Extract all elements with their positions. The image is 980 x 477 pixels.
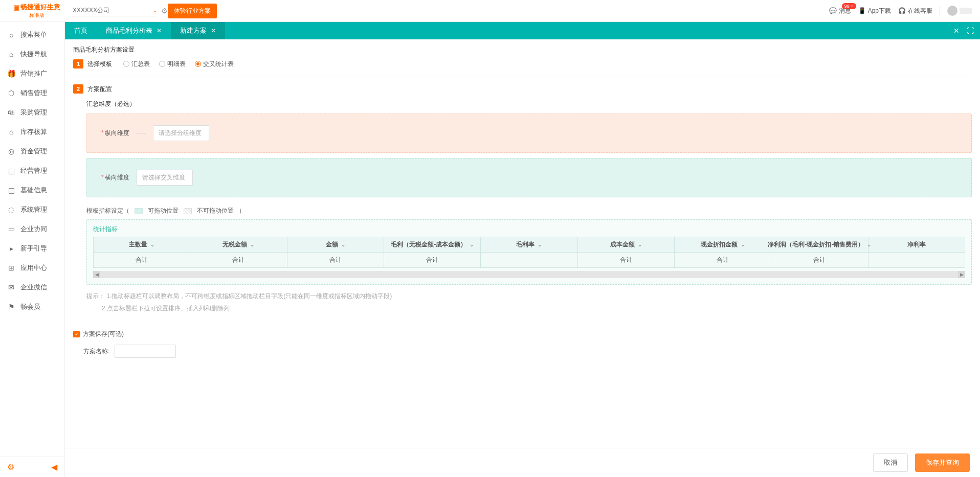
chevron-down-icon[interactable]: ⌄	[741, 242, 745, 247]
sidebar-icon: 🛍	[7, 108, 15, 117]
sidebar-item-0[interactable]: ⌕搜索菜单	[0, 25, 64, 44]
metrics-title: 统计指标	[93, 225, 965, 234]
messages-badge: 99 +	[842, 3, 856, 9]
brand-logo: ▣畅捷通好生意	[13, 3, 60, 12]
chevron-down-icon[interactable]: ⌄	[867, 242, 871, 247]
step1-head: 1 选择模板 汇总表 明细表 交叉统计表	[73, 59, 972, 69]
sidebar-item-5[interactable]: ⌂库存核算	[0, 122, 64, 142]
vertical-dimension-select[interactable]: 请选择分组维度	[153, 125, 209, 141]
metrics-sum-1: 合计	[190, 253, 287, 268]
metrics-header-8[interactable]: 净利率	[868, 237, 965, 253]
metrics-header-6[interactable]: 现金折扣金额⌄	[674, 237, 771, 253]
chevron-down-icon[interactable]: ⌄	[341, 242, 345, 247]
main: 首页商品毛利分析表✕新建方案✕ ✕ ⛶ 商品毛利分析方案设置 1 选择模板 汇总…	[65, 22, 980, 477]
sidebar-item-1[interactable]: ⌂快捷导航	[0, 44, 64, 64]
expand-icon[interactable]: ⛶	[965, 25, 976, 37]
metrics-header-0[interactable]: 主数量⌄	[94, 237, 190, 253]
brand-edition: 标准版	[29, 12, 44, 19]
online-service-link[interactable]: 🎧 在线客服	[898, 7, 932, 15]
horizontal-dimension-select[interactable]: 请选择交叉维度	[137, 170, 193, 186]
sidebar-item-10[interactable]: ▭企业协同	[0, 219, 64, 239]
separator	[940, 6, 940, 15]
app-download-link[interactable]: 📱 App下载	[858, 7, 891, 15]
radio-label: 汇总表	[131, 60, 150, 69]
save-check-label: 方案保存(可选)	[83, 330, 124, 338]
header-label: 成本金额	[610, 240, 635, 249]
legend-close: ）	[239, 207, 245, 215]
tab-1[interactable]: 商品毛利分析表✕	[97, 22, 171, 39]
group-dimension-label: 汇总维度（必选）	[73, 100, 972, 113]
sidebar-item-8[interactable]: ▥基础信息	[0, 180, 64, 200]
sidebar-item-13[interactable]: ✉企业微信	[0, 278, 64, 297]
metrics-header-4[interactable]: 毛利率⌄	[481, 237, 577, 253]
metrics-sum-3: 合计	[384, 253, 480, 268]
sidebar-icon: ⊞	[7, 264, 15, 272]
horizontal-scrollbar[interactable]: ◀ ▶	[93, 271, 965, 278]
vertical-dimension-box: *纵向维度 请选择分组维度	[86, 113, 972, 153]
chevron-down-icon[interactable]: ⌄	[638, 242, 642, 247]
sidebar-item-2[interactable]: 🎁营销推广	[0, 64, 64, 83]
scroll-left-icon[interactable]: ◀	[93, 271, 100, 278]
online-service-label: 在线客服	[908, 7, 932, 15]
avatar-icon	[947, 6, 957, 16]
scheme-name-input[interactable]	[115, 345, 176, 358]
settings-gear-icon[interactable]: ⚙	[7, 462, 14, 472]
metrics-header-2[interactable]: 金额⌄	[287, 237, 384, 253]
page-title: 商品毛利分析方案设置	[65, 39, 980, 59]
radio-summary[interactable]: 汇总表	[123, 60, 150, 69]
sidebar-item-9[interactable]: ◌系统管理	[0, 200, 64, 219]
user-area[interactable]	[947, 6, 972, 16]
logo-icon: ▣	[13, 4, 19, 11]
metrics-header-7[interactable]: 净利润（毛利-现金折扣-销售费用）⌄	[771, 237, 868, 253]
sidebar-icon: ⌂	[7, 50, 15, 58]
tab-close-icon[interactable]: ✕	[211, 27, 216, 34]
metrics-header-3[interactable]: 毛利（无税金额-成本金额）⌄	[384, 237, 480, 253]
scroll-right-icon[interactable]: ▶	[958, 271, 965, 278]
tab-label: 商品毛利分析表	[106, 26, 152, 35]
sidebar-item-12[interactable]: ⊞应用中心	[0, 258, 64, 278]
sidebar-item-3[interactable]: ⬡销售管理	[0, 83, 64, 103]
sidebar-icon: ⌕	[7, 31, 15, 39]
tab-0[interactable]: 首页	[65, 22, 97, 39]
sidebar-item-11[interactable]: ▸新手引导	[0, 239, 64, 258]
sidebar-item-label: 企业协同	[20, 224, 47, 234]
sidebar-item-7[interactable]: ▤经营管理	[0, 161, 64, 180]
sidebar: ⌕搜索菜单⌂快捷导航🎁营销推广⬡销售管理🛍采购管理⌂库存核算◎资金管理▤经营管理…	[0, 22, 65, 477]
nondraggable-legend-icon	[184, 208, 192, 214]
sidebar-item-label: 系统管理	[20, 205, 47, 214]
chevron-down-icon[interactable]: ⌄	[150, 242, 154, 247]
try-industry-button[interactable]: 体验行业方案	[168, 4, 217, 18]
close-all-icon[interactable]: ✕	[951, 25, 962, 37]
legend-label: 模板指标设定（	[86, 207, 129, 215]
step1-label: 选择模板	[87, 60, 112, 69]
sidebar-item-14[interactable]: ⚑畅会员	[0, 297, 64, 316]
radio-detail[interactable]: 明细表	[159, 60, 186, 69]
brand-area: ▣畅捷通好生意 标准版	[8, 3, 65, 19]
sidebar-item-label: 基础信息	[20, 186, 47, 195]
divider	[73, 76, 972, 76]
company-name: XXXXXX公司	[73, 6, 109, 15]
header-label: 金额	[326, 240, 338, 249]
chevron-down-icon[interactable]: ⌄	[250, 242, 254, 247]
sidebar-item-4[interactable]: 🛍采购管理	[0, 103, 64, 122]
tab-2[interactable]: 新建方案✕	[171, 22, 225, 39]
messages-link[interactable]: 💬 消息 99 +	[829, 7, 851, 15]
chevron-down-icon[interactable]: ⌄	[470, 242, 474, 247]
tab-close-icon[interactable]: ✕	[157, 27, 162, 34]
step1-number: 1	[73, 59, 83, 69]
collapse-sidebar-icon[interactable]: ◀	[51, 462, 57, 472]
metrics-sum-7: 合计	[771, 253, 868, 268]
save-checkbox[interactable]: ✓	[73, 331, 80, 337]
company-select[interactable]: XXXXXX公司 ⌄	[73, 5, 157, 16]
metrics-header-5[interactable]: 成本金额⌄	[577, 237, 674, 253]
chevron-down-icon[interactable]: ⌄	[538, 242, 542, 247]
sidebar-item-label: 资金管理	[20, 147, 47, 156]
metrics-header-1[interactable]: 无税金额⌄	[190, 237, 287, 253]
radio-cross[interactable]: 交叉统计表	[195, 60, 234, 69]
save-checkbox-row: ✓ 方案保存(可选)	[73, 330, 972, 338]
settings-icon[interactable]: ⚙	[161, 7, 168, 15]
header-label: 毛利（无税金额-成本金额）	[391, 240, 466, 249]
save-query-button[interactable]: 保存并查询	[915, 453, 970, 472]
sidebar-item-6[interactable]: ◎资金管理	[0, 142, 64, 161]
cancel-button[interactable]: 取消	[873, 453, 908, 472]
